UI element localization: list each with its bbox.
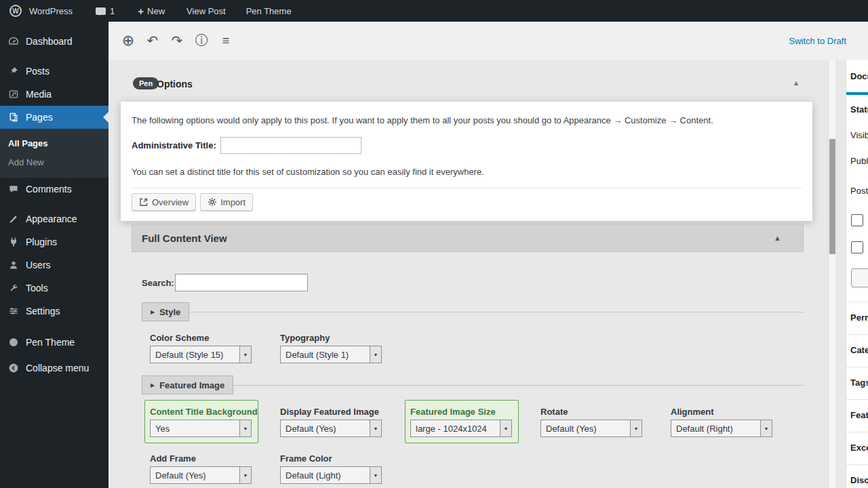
full-content-view-header[interactable]: Full Content View ▲ bbox=[132, 224, 804, 252]
permalink-panel-title[interactable]: Perm bbox=[850, 312, 868, 323]
featured-image-size-select[interactable]: large - 1024x1024 ▼ bbox=[410, 420, 512, 437]
redo-icon[interactable]: ↷ bbox=[167, 30, 187, 52]
chevron-down-icon: ▼ bbox=[370, 467, 381, 483]
chevron-down-icon: ▼ bbox=[500, 420, 511, 436]
chevron-down-icon: ▼ bbox=[630, 420, 642, 436]
divider bbox=[846, 464, 868, 465]
submenu-all-pages[interactable]: All Pages bbox=[0, 134, 108, 153]
divider bbox=[142, 312, 804, 312]
discussion-panel-title[interactable]: Disc bbox=[850, 475, 868, 485]
add-frame-select[interactable]: Default (Yes) ▼ bbox=[150, 466, 252, 484]
settings-sidebar: Docu Statu Visib Publ Post Perm Cate Tag… bbox=[846, 60, 868, 488]
block-inserter-icon[interactable]: ⊕ bbox=[118, 30, 138, 52]
categories-panel-title[interactable]: Cate bbox=[850, 345, 868, 355]
site-name-label: WordPress bbox=[29, 6, 73, 16]
menu-item-posts[interactable]: Posts bbox=[0, 60, 108, 83]
pen-options-panel: The following options would only apply t… bbox=[121, 102, 812, 221]
dashboard-icon bbox=[7, 35, 20, 48]
import-button[interactable]: Import bbox=[200, 193, 253, 211]
wrench-icon bbox=[7, 281, 20, 295]
chevron-down-icon: ▼ bbox=[760, 420, 772, 436]
visibility-label: Visib bbox=[850, 130, 868, 140]
menu-separator bbox=[0, 53, 108, 60]
list-view-icon[interactable]: ≡ bbox=[216, 30, 236, 52]
pen-options-title: Options bbox=[157, 79, 193, 89]
featured-image-section-toggle[interactable]: ▶ Featured Image bbox=[142, 375, 233, 394]
plus-icon: + bbox=[138, 6, 144, 16]
pen-theme-admin-menu[interactable]: Pen Theme bbox=[239, 0, 299, 22]
menu-item-settings[interactable]: Settings bbox=[0, 300, 108, 323]
plugin-icon bbox=[7, 235, 20, 249]
tab-document[interactable]: Docu bbox=[846, 60, 868, 95]
excerpt-panel-title[interactable]: Exce bbox=[850, 443, 868, 453]
switch-to-draft-link[interactable]: Switch to Draft bbox=[789, 36, 846, 46]
menu-item-pen-theme[interactable]: Pen Theme bbox=[0, 331, 108, 354]
divider bbox=[142, 385, 804, 386]
stick-to-top-checkbox[interactable] bbox=[851, 214, 863, 226]
search-input[interactable] bbox=[175, 274, 308, 291]
content-title-background-select[interactable]: Yes ▼ bbox=[150, 420, 252, 437]
media-icon bbox=[7, 87, 20, 101]
overview-button[interactable]: Overview bbox=[132, 193, 196, 211]
administrative-title-label: Administrative Title: bbox=[132, 140, 216, 150]
pen-options-collapse-icon[interactable]: ▲ bbox=[788, 75, 804, 91]
submenu-add-new[interactable]: Add New bbox=[0, 153, 108, 172]
menu-item-appearance[interactable]: Appearance bbox=[0, 207, 108, 230]
pages-submenu: All Pages Add New bbox=[0, 129, 108, 178]
divider bbox=[846, 399, 868, 400]
wp-logo-menu[interactable]: W bbox=[0, 0, 29, 22]
comment-count: 1 bbox=[110, 6, 115, 16]
gear-icon bbox=[208, 197, 217, 207]
site-name-menu[interactable]: WordPress bbox=[29, 0, 80, 22]
move-to-trash-button[interactable] bbox=[851, 268, 868, 287]
menu-item-users[interactable]: Users bbox=[0, 253, 108, 277]
undo-icon[interactable]: ↶ bbox=[142, 30, 163, 52]
tags-panel-title[interactable]: Tags bbox=[850, 378, 868, 388]
chevron-down-icon: ▼ bbox=[370, 346, 381, 363]
typography-select[interactable]: Default (Style 1) ▼ bbox=[280, 346, 382, 363]
menu-item-tools[interactable]: Tools bbox=[0, 277, 108, 300]
wordpress-admin-page: { "colors": { "admin_bar_bg": "#1d2327",… bbox=[0, 0, 868, 488]
typography-label: Typography bbox=[280, 333, 330, 343]
comments-menu[interactable]: 1 bbox=[88, 0, 122, 22]
full-content-view-title: Full Content View bbox=[142, 232, 227, 244]
style-section-toggle[interactable]: ▶ Style bbox=[142, 302, 189, 321]
pending-review-checkbox[interactable] bbox=[851, 241, 863, 253]
rotate-select[interactable]: Default (Yes) ▼ bbox=[540, 420, 642, 437]
alignment-select[interactable]: Default (Right) ▼ bbox=[671, 420, 772, 437]
post-format-label: Post bbox=[850, 186, 868, 196]
new-label: New bbox=[147, 6, 165, 16]
menu-item-dashboard[interactable]: Dashboard bbox=[0, 30, 108, 53]
full-content-view-collapse-icon[interactable]: ▲ bbox=[774, 234, 781, 242]
administrative-title-input[interactable] bbox=[220, 137, 361, 154]
pen-options-intro: The following options would only apply t… bbox=[132, 115, 802, 125]
alignment-label: Alignment bbox=[671, 407, 714, 417]
chevron-down-icon: ▼ bbox=[239, 467, 251, 483]
add-frame-label: Add Frame bbox=[150, 453, 196, 464]
administrative-title-help: You can set a distinct title for this se… bbox=[132, 167, 484, 177]
menu-item-plugins[interactable]: Plugins bbox=[0, 230, 108, 253]
info-icon[interactable]: ⓘ bbox=[191, 30, 212, 52]
featured-image-size-label: Featured Image Size bbox=[410, 407, 496, 417]
view-post-link[interactable]: View Post bbox=[179, 0, 233, 22]
wordpress-logo-icon: W bbox=[9, 5, 22, 17]
frame-color-select[interactable]: Default (Light) ▼ bbox=[280, 466, 382, 484]
menu-item-comments[interactable]: Comments bbox=[0, 178, 108, 201]
color-scheme-select[interactable]: Default (Style 15) ▼ bbox=[150, 346, 252, 363]
content-title-background-label: Content Title Background bbox=[150, 407, 258, 417]
menu-item-media[interactable]: Media bbox=[0, 83, 108, 106]
menu-item-pages[interactable]: Pages bbox=[0, 106, 108, 129]
triangle-right-icon: ▶ bbox=[151, 309, 155, 315]
pages-icon bbox=[7, 110, 20, 124]
settings-sliders-icon bbox=[7, 304, 20, 318]
content-scrollbar-thumb[interactable] bbox=[829, 139, 835, 254]
content-scrollbar-track[interactable] bbox=[828, 60, 837, 488]
status-panel-title[interactable]: Statu bbox=[850, 104, 868, 115]
collapse-menu-button[interactable]: Collapse menu bbox=[0, 357, 108, 380]
external-link-icon bbox=[139, 197, 149, 207]
new-content-menu[interactable]: + New bbox=[130, 0, 172, 22]
menu-separator bbox=[0, 201, 108, 207]
featured-image-panel-title[interactable]: Feat bbox=[850, 410, 868, 420]
display-featured-image-select[interactable]: Default (Yes) ▼ bbox=[280, 420, 382, 437]
divider bbox=[132, 188, 802, 188]
